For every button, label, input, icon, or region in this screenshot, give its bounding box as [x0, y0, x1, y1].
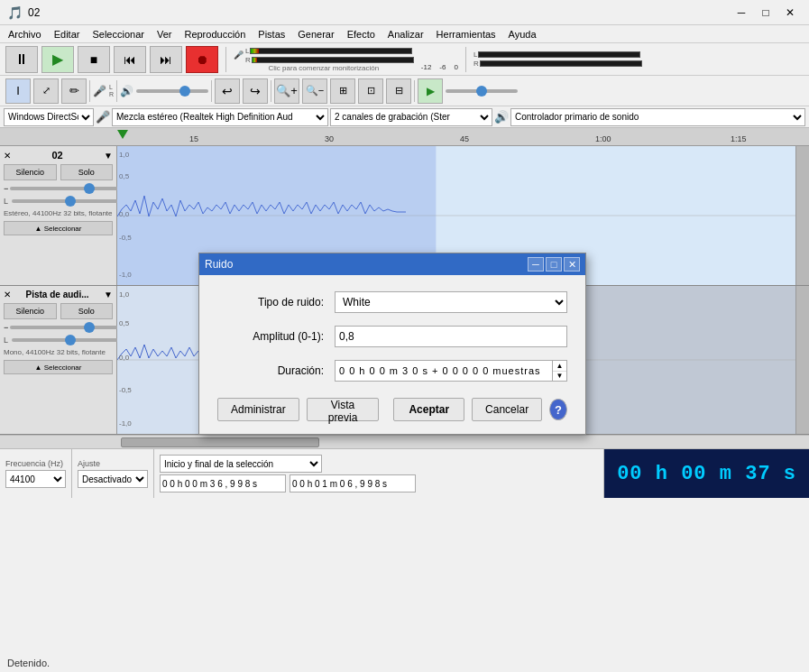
timeline-mark-75: 1:15: [731, 134, 747, 143]
minimize-btn[interactable]: ─: [730, 4, 753, 22]
amplitude-row: Amplitud (0-1):: [217, 326, 567, 347]
fit-zoom-btn[interactable]: ⊞: [330, 78, 355, 104]
dialog-maximize-btn[interactable]: □: [546, 257, 562, 272]
dialog-cancel-btn[interactable]: Cancelar: [472, 398, 542, 421]
amplitude-input[interactable]: [335, 326, 567, 347]
draw-tool-btn[interactable]: ✏: [61, 78, 87, 104]
track-1-mute-btn[interactable]: Silencio: [4, 164, 57, 180]
track-1-select-btn[interactable]: ▲ Seleccionar: [4, 221, 113, 235]
time-display-value: 00 h 00 m 37 s: [617, 463, 796, 485]
rec-level-icon: 🎤: [93, 85, 106, 97]
time-display: 00 h 00 m 37 s: [604, 449, 809, 498]
forward-btn[interactable]: ⏭: [150, 46, 182, 73]
mic-icon: 🎤: [234, 51, 244, 60]
title-bar: 🎵 02 ─ □ ✕: [0, 0, 809, 25]
svg-text:1,0: 1,0: [119, 290, 130, 299]
menu-analizar[interactable]: Analizar: [382, 28, 430, 41]
redo-btn[interactable]: ↪: [243, 78, 268, 104]
track-1-volume-slider[interactable]: [10, 187, 126, 190]
track-1-name: 02: [11, 150, 104, 161]
menu-bar: Archivo Editar Seleccionar Ver Reproducc…: [0, 25, 809, 43]
track-2-close-btn[interactable]: ✕: [4, 290, 11, 299]
track-2-mute-btn[interactable]: Silencio: [4, 303, 57, 319]
stop-btn[interactable]: ■: [78, 46, 110, 73]
status-bar: Frecuencia (Hz) 44100 Ajuste Desactivado…: [0, 448, 809, 498]
menu-ver[interactable]: Ver: [151, 28, 179, 41]
status-text: Detenido.: [7, 658, 50, 668]
mixer-select[interactable]: Mezcla estéreo (Realtek High Definition …: [112, 108, 328, 126]
horizontal-scrollbar[interactable]: [0, 435, 809, 448]
zoom-out-btn[interactable]: 🔍−: [302, 78, 327, 104]
track-menu-btn[interactable]: ▼: [104, 151, 113, 161]
zoom-sel-btn[interactable]: ⊡: [358, 78, 383, 104]
app-icon: 🎵: [7, 5, 23, 20]
selection-start-input[interactable]: [160, 474, 286, 492]
dialog-accept-btn[interactable]: Aceptar: [393, 398, 464, 421]
timeline-mark-30: 30: [325, 134, 334, 143]
output-device-select[interactable]: Controlador primario de sonido: [510, 108, 805, 126]
duration-label: Duración:: [217, 364, 335, 377]
zoom-tools-btn[interactable]: ⊟: [386, 78, 411, 104]
playback-volume-slider[interactable]: [136, 89, 208, 93]
track-close-btn[interactable]: ✕: [4, 151, 11, 161]
menu-reproduccion[interactable]: Reproducción: [178, 28, 252, 41]
selection-section: Inicio y final de la selección: [154, 449, 604, 498]
track-2-menu-btn[interactable]: ▼: [104, 290, 113, 299]
frequency-section: Frecuencia (Hz) 44100: [0, 449, 72, 498]
pause-btn[interactable]: ⏸: [5, 46, 38, 73]
menu-efecto[interactable]: Efecto: [341, 28, 382, 41]
scrollbar-thumb-h[interactable]: [121, 437, 319, 447]
menu-ayuda[interactable]: Ayuda: [502, 28, 543, 41]
track-2-solo-btn[interactable]: Solo: [60, 303, 114, 319]
dialog-manage-btn[interactable]: Administrar: [217, 398, 299, 421]
undo-btn[interactable]: ↩: [215, 78, 240, 104]
adjustment-select[interactable]: Desactivado: [78, 470, 148, 488]
dialog-close-btn[interactable]: ✕: [564, 257, 580, 272]
menu-editar[interactable]: Editar: [48, 28, 87, 41]
menu-generar[interactable]: Generar: [291, 28, 340, 41]
dialog-help-btn[interactable]: ?: [549, 399, 567, 420]
input-driver-select[interactable]: Windows DirectSou: [4, 108, 94, 126]
menu-seleccionar[interactable]: Seleccionar: [86, 28, 150, 41]
speed-slider[interactable]: [446, 89, 518, 93]
dialog-title-bar: Ruido ─ □ ✕: [199, 253, 585, 275]
duration-input-container[interactable]: 0 0 h 0 0 m 3 0 s + 0 0 0 0 0 muestras ▲…: [335, 360, 567, 382]
noise-type-select[interactable]: White Pink Brownian: [335, 291, 567, 313]
zoom-in-btn[interactable]: 🔍+: [274, 78, 299, 104]
dialog-body: Tipo de ruido: White Pink Brownian Ampli…: [199, 275, 585, 434]
menu-pistas[interactable]: Pistas: [252, 28, 291, 41]
transport-toolbar: ⏸ ▶ ■ ⏮ ⏭ ⏺ 🎤 L R Clic para comenzar mon…: [0, 43, 809, 76]
timeline-mark-60: 1:00: [595, 134, 611, 143]
track-1-solo-btn[interactable]: Solo: [60, 164, 114, 180]
duration-spinner-btn[interactable]: ▲ ▼: [552, 361, 566, 381]
dialog-buttons: Administrar Vista previa Aceptar Cancela…: [217, 398, 567, 421]
noise-type-label: Tipo de ruido:: [217, 296, 335, 308]
volume-icon: 🔊: [120, 85, 133, 97]
selection-mode-select[interactable]: Inicio y final de la selección: [160, 455, 322, 473]
channels-select[interactable]: 2 canales de grabación (Ster: [330, 108, 492, 126]
menu-herramientas[interactable]: Herramientas: [430, 28, 502, 41]
app-title: 02: [28, 6, 40, 19]
selection-end-input[interactable]: [290, 474, 416, 492]
output-meter-area: L R: [473, 51, 642, 68]
play-btn[interactable]: ▶: [41, 46, 74, 73]
track-2-pan-slider[interactable]: [12, 338, 128, 342]
maximize-btn[interactable]: □: [754, 4, 777, 22]
track-2-volume-slider[interactable]: [10, 326, 126, 329]
menu-archivo[interactable]: Archivo: [2, 28, 48, 41]
frequency-select[interactable]: 44100: [5, 470, 66, 488]
svg-text:0,5: 0,5: [119, 319, 130, 327]
record-btn[interactable]: ⏺: [186, 46, 218, 73]
track-2-right: [795, 286, 809, 434]
rewind-btn[interactable]: ⏮: [114, 46, 146, 73]
play-speed-btn[interactable]: ▶: [418, 78, 443, 104]
dialog-minimize-btn[interactable]: ─: [528, 257, 544, 272]
envelope-tool-btn[interactable]: ⤢: [33, 78, 59, 104]
select-tool-btn[interactable]: I: [5, 78, 31, 104]
close-btn[interactable]: ✕: [778, 4, 802, 22]
dialog-preview-btn[interactable]: Vista previa: [307, 398, 380, 421]
dialog-title: Ruido: [205, 258, 233, 271]
tools-toolbar: I ⤢ ✏ 🎤 L R 🔊 ↩ ↪ 🔍+ 🔍− ⊞ ⊡ ⊟ ▶: [0, 76, 809, 106]
track-2-select-btn[interactable]: ▲ Seleccionar: [4, 360, 113, 374]
track-1-pan-slider[interactable]: [12, 199, 128, 203]
